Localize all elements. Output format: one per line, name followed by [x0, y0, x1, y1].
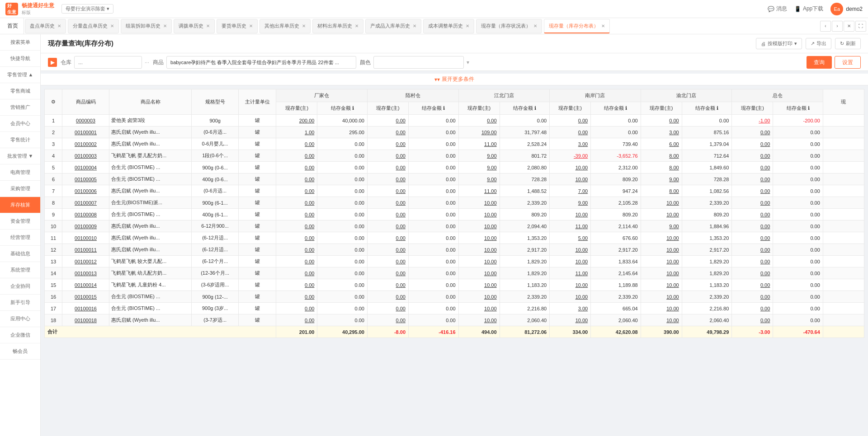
row-mucun-qty[interactable]: 0.00 [367, 173, 408, 185]
row-yubei-qty[interactable]: 10.00 [641, 197, 682, 209]
filter-expand-arrow[interactable]: ▶ [48, 58, 57, 67]
row-code[interactable]: 00100003 [62, 150, 109, 162]
row-code[interactable]: 00100014 [62, 279, 109, 291]
tab-home[interactable]: 首页 [2, 18, 24, 34]
row-code[interactable]: 00100015 [62, 291, 109, 303]
sidebar-item-corp[interactable]: 企业协同 [0, 278, 40, 295]
row-code[interactable]: 00100012 [62, 256, 109, 267]
row-total-qty[interactable]: 0.00 [732, 173, 773, 185]
row-yubei-qty[interactable]: 10.00 [641, 314, 682, 326]
row-factory-qty[interactable]: 0.00 [276, 209, 317, 220]
product-input[interactable] [166, 56, 356, 69]
sidebar-item-retailstat[interactable]: 零售统计 [0, 132, 40, 148]
row-nanan-qty[interactable]: 10.00 [550, 162, 591, 173]
sidebar-item-system[interactable]: 系统管理 [0, 262, 40, 278]
row-code[interactable]: 00100006 [62, 185, 109, 197]
row-yubei-qty[interactable]: 0.00 [641, 115, 682, 127]
tab-item-9[interactable]: 成本调整单历史✕ [423, 19, 474, 33]
row-factory-qty[interactable]: 0.00 [276, 138, 317, 150]
row-nanan-qty[interactable]: 3.00 [550, 303, 591, 314]
query-button[interactable]: 查询 [807, 56, 832, 69]
sidebar-item-guide[interactable]: 新手引导 [0, 295, 40, 311]
row-total-qty[interactable]: 0.00 [732, 185, 773, 197]
row-jiangbei-qty[interactable]: 10.00 [458, 303, 500, 314]
row-jiangbei-qty[interactable]: 11.00 [458, 185, 500, 197]
row-nanan-qty[interactable]: -39.00 [550, 150, 591, 162]
row-jiangbei-qty[interactable]: 0.00 [458, 115, 500, 127]
sidebar-item-wholesale[interactable]: 批发管理 ▼ [0, 148, 40, 164]
row-code[interactable]: 00100016 [62, 303, 109, 314]
row-nanan-qty[interactable]: 10.00 [550, 256, 591, 267]
expand-conditions-btn[interactable]: ▾▾ 展开更多条件 [434, 75, 474, 83]
row-nanan-qty[interactable]: 10.00 [550, 173, 591, 185]
sidebar-item-nav[interactable]: 快捷导航 [0, 51, 40, 67]
row-factory-qty[interactable]: 0.00 [276, 197, 317, 209]
sidebar-item-corpweixin[interactable]: 企业微信 [0, 327, 40, 343]
row-jiangbei-qty[interactable]: 11.00 [458, 138, 500, 150]
row-total-qty[interactable]: 0.00 [732, 127, 773, 138]
sidebar-item-operation[interactable]: 经营管理 [0, 230, 40, 246]
row-mucun-qty[interactable]: 0.00 [367, 314, 408, 326]
row-jiangbei-qty[interactable]: 10.00 [458, 197, 500, 209]
row-factory-qty[interactable]: 1.00 [276, 127, 317, 138]
row-factory-qty[interactable]: 0.00 [276, 303, 317, 314]
row-yubei-qty[interactable]: 8.00 [641, 162, 682, 173]
row-mucun-qty[interactable]: 0.00 [367, 127, 408, 138]
row-mucun-qty[interactable]: 0.00 [367, 185, 408, 197]
row-yubei-qty[interactable]: 10.00 [641, 209, 682, 220]
sidebar-item-appcenter[interactable]: 应用中心 [0, 311, 40, 327]
tab-item-2[interactable]: 分量盘点单历史✕ [68, 19, 119, 33]
row-jiangbei-qty[interactable]: 9.00 [458, 162, 500, 173]
row-mucun-qty[interactable]: 0.00 [367, 267, 408, 279]
row-total-qty[interactable]: 0.00 [732, 197, 773, 209]
row-factory-qty[interactable]: 0.00 [276, 232, 317, 244]
row-factory-qty[interactable]: 0.00 [276, 291, 317, 303]
row-total-qty[interactable]: 0.00 [732, 267, 773, 279]
row-jiangbei-qty[interactable]: 10.00 [458, 314, 500, 326]
row-mucun-qty[interactable]: 0.00 [367, 162, 408, 173]
row-mucun-qty[interactable]: 0.00 [367, 209, 408, 220]
row-mucun-qty[interactable]: 0.00 [367, 232, 408, 244]
row-yubei-qty[interactable]: 6.00 [641, 138, 682, 150]
row-nanan-qty[interactable]: 11.00 [550, 220, 591, 232]
row-total-qty[interactable]: 0.00 [732, 303, 773, 314]
sidebar-item-finance[interactable]: 资金管理 [0, 213, 40, 230]
row-code[interactable]: 00100010 [62, 232, 109, 244]
row-factory-qty[interactable]: 0.00 [276, 244, 317, 256]
tab-item-3[interactable]: 组装拆卸单历史✕ [121, 19, 172, 33]
sidebar-item-retail[interactable]: 零售管理 ▲ [0, 67, 40, 83]
settings-button[interactable]: 设置 [835, 56, 861, 69]
sidebar-item-vip[interactable]: 畅会员 [0, 343, 40, 360]
row-nanan-qty[interactable]: 10.00 [550, 279, 591, 291]
tab-item-11[interactable]: 现存量（库存分布表）✕ [544, 19, 610, 33]
sidebar-item-retailshop[interactable]: 零售商城 [0, 83, 40, 99]
print-btn[interactable]: 🖨 按模版打印 ▾ [756, 38, 802, 49]
row-factory-qty[interactable]: 0.00 [276, 220, 317, 232]
table-container[interactable]: ⚙ 商品编码 商品名称 规格型号 主计量单位 厂家仓 陌村仓 江北门店 南岸门店… [41, 85, 868, 436]
row-code[interactable]: 00100011 [62, 244, 109, 256]
row-code[interactable]: 00100002 [62, 138, 109, 150]
row-jiangbei-qty[interactable]: 10.00 [458, 291, 500, 303]
row-jiangbei-qty[interactable]: 9.00 [458, 173, 500, 185]
row-factory-qty[interactable]: 0.00 [276, 162, 317, 173]
row-factory-qty[interactable]: 0.00 [276, 185, 317, 197]
row-mucun-qty[interactable]: 0.00 [367, 244, 408, 256]
row-jiangbei-qty[interactable]: 10.00 [458, 279, 500, 291]
row-jiangbei-qty[interactable]: 109.00 [458, 127, 500, 138]
row-yubei-qty[interactable]: 10.00 [641, 291, 682, 303]
tab-item-6[interactable]: 其他出库单历史✕ [259, 19, 311, 33]
tab-item-8[interactable]: 产成品入库单历史✕ [365, 19, 421, 33]
tab-fullscreen-btn[interactable]: ⛶ [855, 21, 866, 32]
app-download-btn[interactable]: 📱 App下载 [794, 5, 823, 13]
row-total-qty[interactable]: 0.00 [732, 220, 773, 232]
row-factory-qty[interactable]: 200.00 [276, 115, 317, 127]
warehouse-input[interactable] [74, 56, 142, 69]
row-code[interactable]: 00100001 [62, 127, 109, 138]
row-factory-qty[interactable]: 0.00 [276, 150, 317, 162]
tab-prev-btn[interactable]: ‹ [820, 21, 831, 32]
row-jiangbei-qty[interactable]: 10.00 [458, 232, 500, 244]
row-nanan-qty[interactable]: 11.00 [550, 267, 591, 279]
row-factory-qty[interactable]: 0.00 [276, 267, 317, 279]
row-code[interactable]: 00100009 [62, 220, 109, 232]
sidebar-item-member[interactable]: 会员中心 [0, 116, 40, 132]
